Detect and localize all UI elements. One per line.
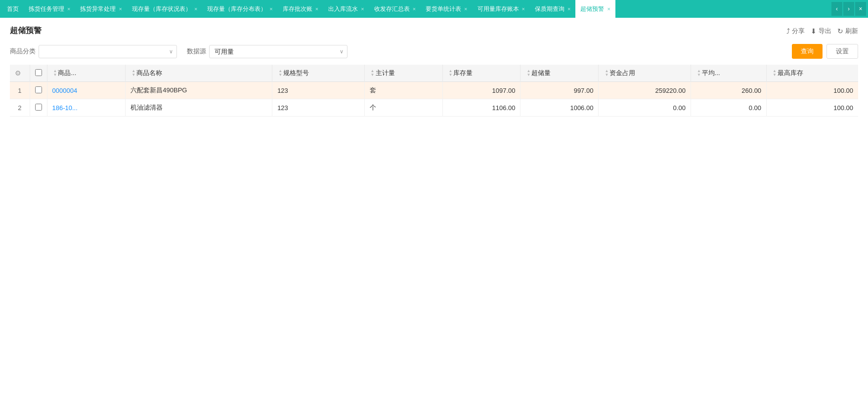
close-icon[interactable]: × — [67, 6, 70, 12]
th-product-code: ▲▼ 商品... — [47, 65, 126, 82]
category-label: 商品分类 — [10, 47, 36, 56]
table-body: 10000004六配套新昌490BPG123套1097.00997.002592… — [10, 82, 858, 117]
cell-index: 1 — [10, 82, 30, 99]
cell-stock: 1106.00 — [442, 99, 521, 117]
close-icon[interactable]: × — [269, 6, 272, 12]
th-product-name: ▲▼ 商品名称 — [126, 65, 272, 82]
datasource-filter-group: 数据源 可用量 — [187, 45, 347, 58]
nav-item-expiry[interactable]: 保质期查询 × — [530, 0, 575, 18]
refresh-button[interactable]: ↻ 刷新 — [837, 27, 858, 36]
cell-capital: 259220.00 — [599, 82, 691, 99]
datasource-select-wrapper: 可用量 — [209, 45, 347, 58]
datasource-label: 数据源 — [187, 47, 206, 56]
cell-avg: 260.00 — [691, 82, 766, 99]
category-select[interactable] — [39, 45, 177, 58]
th-avg: ▲▼ 平均... — [691, 65, 766, 82]
close-icon[interactable]: × — [361, 6, 364, 12]
nav-item-task[interactable]: 拣货任务管理 × — [24, 0, 75, 18]
cell-spec: 123 — [272, 99, 364, 117]
th-capital: ▲▼ 资金占用 — [599, 65, 691, 82]
settings-icon[interactable]: ⚙ — [15, 69, 21, 77]
export-button[interactable]: ⬇ 导出 — [811, 27, 831, 36]
close-icon[interactable]: × — [194, 6, 197, 12]
th-stock: ▲▼ 库存量 — [442, 65, 521, 82]
nav-item-available[interactable]: 可用量库存账本 × — [473, 0, 530, 18]
cell-spec: 123 — [272, 82, 364, 99]
th-settings: ⚙ — [10, 65, 30, 82]
nav-item-summary[interactable]: 收发存汇总表 × — [369, 0, 421, 18]
nav-item-home[interactable]: 首页 — [2, 0, 24, 18]
nav-arrows: ‹ › × — [831, 2, 866, 16]
category-filter-group: 商品分类 — [10, 45, 177, 58]
close-icon[interactable]: × — [315, 6, 318, 12]
nav-item-batch[interactable]: 库存批次账 × — [278, 0, 323, 18]
filter-actions: 查询 设置 — [792, 44, 858, 59]
page-header: 超储预警 ⤴ 分享 ⬇ 导出 ↻ 刷新 — [10, 26, 858, 36]
cell-max-stock: 100.00 — [767, 99, 858, 117]
cell-capital: 0.00 — [599, 99, 691, 117]
nav-arrow-right[interactable]: › — [843, 2, 854, 16]
nav-arrow-close[interactable]: × — [855, 2, 866, 16]
cell-unit: 套 — [364, 82, 442, 99]
page-content: 超储预警 ⤴ 分享 ⬇ 导出 ↻ 刷新 商品分类 — [0, 18, 868, 395]
cell-product-code: 186-10... — [47, 99, 126, 117]
share-button[interactable]: ⤴ 分享 — [786, 27, 805, 36]
cell-avg: 0.00 — [691, 99, 766, 117]
close-icon[interactable]: × — [522, 6, 525, 12]
share-icon: ⤴ — [786, 27, 790, 35]
th-spec: ▲▼ 规格型号 — [272, 65, 364, 82]
page-title: 超储预警 — [10, 26, 42, 36]
refresh-icon: ↻ — [837, 27, 843, 35]
nav-arrow-left[interactable]: ‹ — [831, 2, 842, 16]
table-row: 2186-10...机油滤清器123个1106.001006.000.000.0… — [10, 99, 858, 117]
cell-index: 2 — [10, 99, 30, 117]
filter-row: 商品分类 数据源 可用量 查询 设置 — [10, 44, 858, 59]
row-checkbox[interactable] — [35, 86, 42, 93]
th-overstock: ▲▼ 超储量 — [521, 65, 599, 82]
row-checkbox[interactable] — [35, 104, 42, 111]
nav-item-flow[interactable]: 出入库流水 × — [323, 0, 369, 18]
category-select-wrapper — [39, 45, 177, 58]
cell-product-name: 六配套新昌490BPG — [126, 82, 272, 99]
nav-item-stock-status[interactable]: 现存量（库存状况表） × — [127, 0, 202, 18]
cell-unit: 个 — [364, 99, 442, 117]
cell-overstock: 1006.00 — [521, 99, 599, 117]
close-icon[interactable]: × — [567, 6, 570, 12]
close-icon[interactable]: × — [464, 6, 467, 12]
cell-product-code: 0000004 — [47, 82, 126, 99]
cell-checkbox — [30, 99, 47, 117]
close-icon[interactable]: × — [607, 6, 610, 12]
cell-product-name: 机油滤清器 — [126, 99, 272, 117]
close-icon[interactable]: × — [413, 6, 416, 12]
table-header: ⚙ ▲▼ 商品... ▲▼ 商品名称 — [10, 65, 858, 82]
top-nav: 首页 拣货任务管理 × 拣货异常处理 × 现存量（库存状况表） × 现存量（库存… — [0, 0, 868, 18]
table-row: 10000004六配套新昌490BPG123套1097.00997.002592… — [10, 82, 858, 99]
nav-item-requisition[interactable]: 要货单统计表 × — [421, 0, 472, 18]
header-actions: ⤴ 分享 ⬇ 导出 ↻ 刷新 — [786, 27, 858, 36]
cell-overstock: 997.00 — [521, 82, 599, 99]
cell-checkbox — [30, 82, 47, 99]
nav-item-overstock[interactable]: 超储预警 × — [575, 0, 615, 18]
cell-stock: 1097.00 — [442, 82, 521, 99]
settings-button[interactable]: 设置 — [826, 44, 858, 59]
th-max-stock: ▲▼ 最高库存 — [767, 65, 858, 82]
th-checkbox — [30, 65, 47, 82]
th-unit: ▲▼ 主计量 — [364, 65, 442, 82]
cell-max-stock: 100.00 — [767, 82, 858, 99]
close-icon[interactable]: × — [119, 6, 122, 12]
nav-item-abnormal[interactable]: 拣货异常处理 × — [75, 0, 127, 18]
nav-item-stock-dist[interactable]: 现存量（库存分布表） × — [202, 0, 277, 18]
data-table: ⚙ ▲▼ 商品... ▲▼ 商品名称 — [10, 65, 858, 117]
query-button[interactable]: 查询 — [792, 44, 823, 59]
export-icon: ⬇ — [811, 27, 817, 35]
datasource-select[interactable]: 可用量 — [209, 45, 347, 58]
select-all-checkbox[interactable] — [35, 69, 42, 76]
